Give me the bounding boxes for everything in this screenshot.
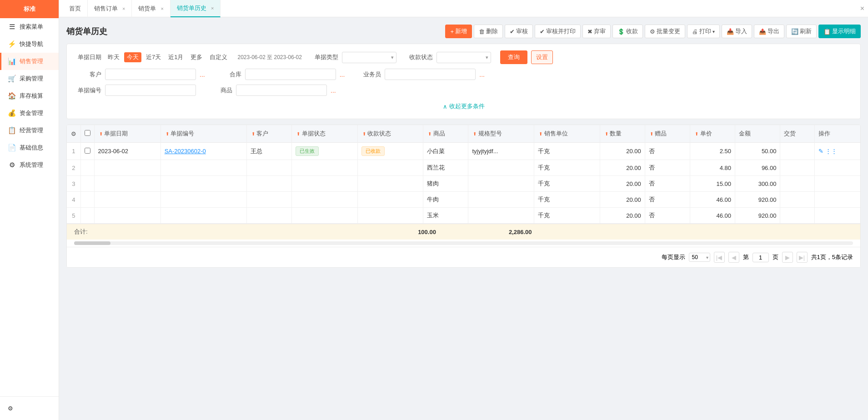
edit-icon[interactable]: ✎: [818, 148, 823, 155]
export-button[interactable]: 📤 导出: [754, 25, 784, 38]
batch-change-button[interactable]: ⚙ 批量变更: [645, 25, 685, 38]
abandon-button[interactable]: ✖ 弃审: [582, 25, 611, 38]
date-shortcut-1month[interactable]: 近1月: [166, 52, 186, 62]
warehouse-input[interactable]: [245, 69, 336, 80]
doc-date-cell: [94, 192, 161, 208]
salesman-ellipsis-btn[interactable]: ...: [479, 71, 485, 78]
collapse-btn[interactable]: ∧ 收起更多条件: [441, 100, 487, 112]
operations-cell: [814, 176, 860, 192]
quick-nav-icon: ⚡: [8, 40, 16, 48]
unit-price-cell: 2.50: [690, 143, 735, 160]
last-page-button[interactable]: ▶|: [797, 252, 808, 263]
review-print-button[interactable]: ✔ 审核并打印: [535, 25, 581, 38]
col-customer[interactable]: ⬆ 客户: [246, 125, 291, 143]
unit-price-cell: 46.00: [690, 208, 735, 224]
scrollbar-thumb[interactable]: [74, 241, 110, 245]
tab-home[interactable]: 首页: [63, 0, 88, 17]
data-table: ⚙ ⬆ 单据日期 ⬆ 单据编号 ⬆ 客户 ⬆ 单据状态 ⬆ 收款状态 ⬆ 商品 …: [67, 125, 860, 224]
close-all-icon[interactable]: ×: [860, 5, 864, 13]
next-page-button[interactable]: ▶: [782, 252, 793, 263]
sidebar-item-quick-nav[interactable]: ⚡ 快捷导航: [0, 35, 59, 53]
col-unit-price[interactable]: ⬆ 单价: [690, 125, 735, 143]
filter-item-warehouse: 合库 ...: [214, 69, 345, 80]
payment-status-cell: 已收款: [357, 143, 423, 160]
per-page-select[interactable]: 50 20 100: [689, 253, 710, 262]
sidebar-item-operation-mgmt[interactable]: 📋 经营管理: [0, 122, 59, 139]
doc-type-select[interactable]: [342, 52, 396, 63]
review-button[interactable]: ✔ 审核: [505, 25, 533, 38]
tab-sales-order-close[interactable]: ×: [122, 6, 125, 11]
sidebar-item-inventory[interactable]: 🏠 库存核算: [0, 87, 59, 105]
review-print-icon: ✔: [540, 28, 545, 35]
date-shortcut-yesterday[interactable]: 昨天: [105, 52, 122, 62]
prev-page-button[interactable]: ◀: [728, 252, 739, 263]
date-shortcut-7days[interactable]: 近7天: [143, 52, 164, 62]
customer-ellipsis-btn[interactable]: ...: [200, 71, 205, 78]
date-shortcut-custom[interactable]: 自定义: [207, 52, 230, 62]
doc-number-input[interactable]: [105, 85, 196, 96]
goods-input[interactable]: [236, 85, 327, 96]
col-doc-status[interactable]: ⬆ 单据状态: [292, 125, 358, 143]
sidebar-item-fund-mgmt[interactable]: 💰 资金管理: [0, 105, 59, 122]
warehouse-ellipsis-btn[interactable]: ...: [340, 71, 345, 78]
operations-cell: ✎⋮⋮: [814, 143, 860, 160]
collect-button[interactable]: 💲 收款: [612, 25, 643, 38]
import-button[interactable]: 📥 导入: [722, 25, 752, 38]
sidebar-item-search-menu[interactable]: ☰ 搜索菜单: [0, 18, 59, 35]
transaction-cell: [780, 208, 814, 224]
col-settings[interactable]: ⚙: [67, 125, 80, 143]
batch-change-label: 批量变更: [657, 27, 680, 35]
row-checkbox[interactable]: [85, 148, 90, 154]
footer-total-amount: 2,286.00: [509, 229, 532, 235]
row-number-cell: 2: [67, 160, 80, 176]
payment-status-cell: [357, 208, 423, 224]
customer-input[interactable]: [105, 69, 196, 80]
salesman-input[interactable]: [385, 69, 476, 80]
sidebar-item-purchase-mgmt[interactable]: 🛒 采购管理: [0, 70, 59, 87]
col-spec[interactable]: ⬆ 规格型号: [468, 125, 534, 143]
sidebar-item-sys-mgmt[interactable]: ⚙ 系统管理: [0, 156, 59, 174]
sidebar-item-sales-mgmt[interactable]: 📊 销售管理: [0, 53, 59, 70]
tab-sales-goods-close[interactable]: ×: [161, 6, 163, 11]
refresh-button[interactable]: 🔄 刷新: [786, 25, 817, 38]
col-gift[interactable]: ⬆ 赠品: [645, 125, 690, 143]
spec-cell: [468, 208, 534, 224]
add-button[interactable]: + 新增: [445, 25, 472, 38]
select-all-checkbox[interactable]: [85, 130, 90, 136]
sidebar-item-label: 搜索菜单: [20, 23, 43, 31]
col-quantity[interactable]: ⬆ 数量: [600, 125, 645, 143]
settings-button[interactable]: 设置: [531, 50, 553, 64]
payment-status-select[interactable]: [437, 52, 491, 63]
first-page-button[interactable]: |◀: [714, 252, 725, 263]
tab-sales-goods[interactable]: 销货单 ×: [132, 0, 170, 17]
doc-number-cell: [161, 176, 246, 192]
col-payment-status[interactable]: ⬆ 收款状态: [357, 125, 423, 143]
col-doc-date[interactable]: ⬆ 单据日期: [94, 125, 161, 143]
date-shortcut-today[interactable]: 今天: [124, 52, 141, 62]
goods-ellipsis-btn[interactable]: ...: [331, 87, 336, 94]
delete-button[interactable]: 🗑 删除: [474, 25, 503, 38]
payment-status-select-wrapper: ▾: [437, 52, 491, 63]
customer-label: 客户: [74, 70, 101, 79]
sidebar-item-basic-info[interactable]: 📄 基础信息: [0, 139, 59, 156]
date-shortcuts: 昨天 今天 近7天 近1月 更多 自定义: [105, 52, 230, 62]
horizontal-scrollbar[interactable]: [74, 241, 853, 245]
tab-sales-history[interactable]: 销货单历史 ×: [171, 0, 221, 17]
review-print-label: 审核并打印: [546, 27, 576, 35]
operations-cell: [814, 160, 860, 176]
print-button[interactable]: 🖨 打印 ▾: [687, 25, 720, 38]
show-detail-button[interactable]: 📋 显示明细: [818, 25, 861, 38]
tab-sales-order[interactable]: 销售订单 ×: [88, 0, 132, 17]
page-number-input[interactable]: [753, 253, 769, 262]
date-shortcut-more[interactable]: 更多: [188, 52, 205, 62]
doc-number-link[interactable]: SA-20230602-0: [165, 148, 206, 155]
query-button[interactable]: 查询: [500, 50, 527, 64]
doc-number-cell: [161, 160, 246, 176]
col-goods[interactable]: ⬆ 商品: [423, 125, 468, 143]
tab-sales-history-close[interactable]: ×: [211, 5, 214, 11]
col-unit[interactable]: ⬆ 销售单位: [534, 125, 600, 143]
more-icon[interactable]: ⋮⋮: [825, 148, 837, 155]
sidebar-bottom-item1[interactable]: ⚙: [0, 400, 59, 416]
amount-cell: 300.00: [735, 176, 780, 192]
col-doc-number[interactable]: ⬆ 单据编号: [161, 125, 246, 143]
